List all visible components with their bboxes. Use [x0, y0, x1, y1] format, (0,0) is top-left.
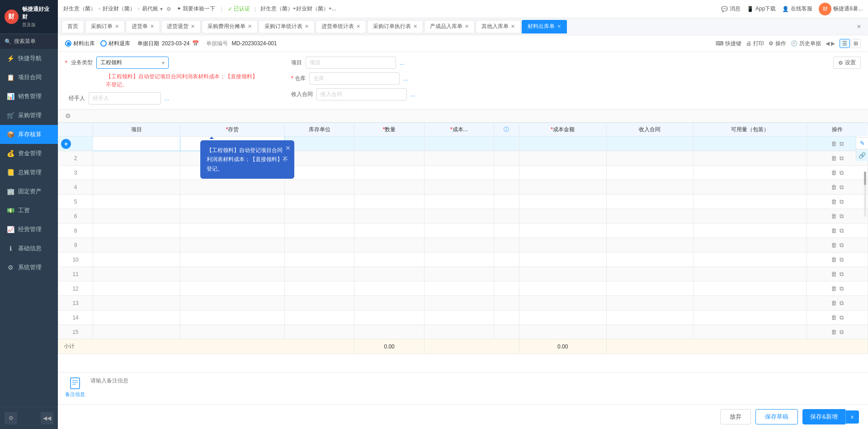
calendar-icon[interactable]: 📅 [192, 40, 199, 47]
history-button[interactable]: 🕘 历史单据 [791, 40, 821, 48]
tabbar-close-all[interactable]: ✕ [854, 21, 864, 32]
delete-row-icon[interactable]: 🗑 [831, 314, 837, 321]
save-new-arrow-button[interactable]: ∧ [845, 410, 859, 424]
income-contract-more-button[interactable]: ... [410, 91, 415, 98]
project-more-button[interactable]: ... [400, 60, 404, 66]
copy-row-icon[interactable]: ⧉ [840, 271, 844, 278]
delete-row-icon[interactable]: 🗑 [831, 227, 837, 234]
print-button[interactable]: 🖨 打印 [746, 40, 764, 48]
delete-row-icon[interactable]: 🗑 [831, 184, 837, 191]
topbar-good-business[interactable]: 好生意（菌） [63, 5, 96, 13]
tab-purchase-stats-close[interactable]: ✕ [305, 24, 309, 29]
tab-purchase-expense[interactable]: 采购费用分摊单 ✕ [202, 20, 258, 33]
delete-row-icon[interactable]: 🗑 [831, 300, 837, 306]
warehouse-input[interactable]: 仓库 [309, 72, 400, 85]
online-service-button[interactable]: 👤 在线客服 [782, 5, 812, 13]
copy-row-icon[interactable]: ⧉ [840, 155, 844, 162]
prev-button[interactable]: ◀ [826, 40, 830, 47]
topbar-combined[interactable]: 好生意（菌）+好业财（菌）+... [260, 5, 336, 13]
tab-purchase-goods-close[interactable]: ✕ [150, 24, 154, 29]
handler-more-button[interactable]: ... [165, 95, 169, 102]
copy-row-icon[interactable]: ⧉ [840, 285, 844, 292]
sidebar-item-sales[interactable]: 📊 销售管理 [0, 87, 58, 106]
warehouse-more-button[interactable]: ... [403, 76, 408, 82]
copy-row-icon[interactable]: ⧉ [840, 184, 844, 191]
table-gear-icon[interactable]: ⚙ [65, 112, 71, 119]
row-project-cell[interactable] [93, 137, 180, 151]
delete-row-icon[interactable]: 🗑 [831, 242, 837, 248]
sidebar-item-finance[interactable]: 💰 资金管理 [0, 144, 58, 163]
delete-row-icon[interactable]: 🗑 [831, 329, 837, 335]
view-grid-button[interactable]: ⊞ [851, 39, 861, 48]
sidebar-item-inventory[interactable]: 📦 库存核算 [0, 125, 58, 144]
message-button[interactable]: 💬 消息 [721, 5, 741, 13]
save-draft-button[interactable]: 保存草稿 [755, 409, 798, 424]
sidebar-item-project-contract[interactable]: 📋 项目合同 [0, 68, 58, 87]
copy-row-icon[interactable]: ⧉ [840, 198, 844, 205]
app-download-button[interactable]: 📱 App下载 [747, 5, 776, 13]
user-profile[interactable]: 财 畅捷通8暑... [819, 3, 863, 15]
topbar-agent[interactable]: 易代账 [142, 5, 158, 13]
tab-purchase-expense-close[interactable]: ✕ [248, 24, 252, 29]
delete-row-icon[interactable]: 🗑 [831, 140, 837, 147]
add-row-button[interactable]: + [61, 139, 71, 149]
tab-material-out-close[interactable]: ✕ [557, 24, 561, 29]
operation-button[interactable]: ⚙ 操作 [769, 40, 786, 48]
delete-row-icon[interactable]: 🗑 [831, 155, 837, 162]
delete-row-icon[interactable]: 🗑 [831, 256, 837, 263]
sidebar-item-operations[interactable]: 📈 经营管理 [0, 220, 58, 239]
tab-purchase-return-close[interactable]: ✕ [191, 24, 195, 29]
copy-row-icon[interactable]: ⧉ [840, 314, 844, 321]
delete-row-icon[interactable]: 🗑 [831, 285, 837, 292]
topbar-dropdown-arrow[interactable]: ▾ [160, 6, 163, 12]
business-type-select[interactable]: 工程领料 ▾ [96, 57, 169, 69]
table-tool-3[interactable]: 🔗 [856, 149, 868, 161]
tab-other-in-close[interactable]: ✕ [511, 24, 515, 29]
save-new-main-button[interactable]: 保存&新增 [802, 409, 845, 424]
sidebar-item-ledger[interactable]: 📒 总账管理 [0, 163, 58, 182]
tab-goods-stats[interactable]: 进货单统计表 ✕ [316, 20, 366, 33]
copy-row-icon[interactable]: ⧉ [840, 213, 844, 220]
sidebar-item-fixed-assets[interactable]: 🏢 固定资产 [0, 182, 58, 201]
copy-row-icon[interactable]: ⧉ [840, 242, 844, 249]
topbar-settings-icon[interactable]: ⚙ [166, 6, 171, 12]
settings-button[interactable]: ⚙ 设置 [833, 57, 861, 69]
search-menu-item[interactable]: 🔍 搜索菜单 [0, 34, 58, 49]
view-list-button[interactable]: ☰ [840, 39, 850, 48]
copy-row-icon[interactable]: ⧉ [840, 140, 844, 148]
copy-row-icon[interactable]: ⧉ [840, 227, 844, 234]
sidebar-item-basic-info[interactable]: ℹ 基础信息 [0, 239, 58, 258]
tab-home[interactable]: 首页 [61, 20, 84, 33]
tab-purchase-order[interactable]: 采购订单 ✕ [85, 20, 125, 33]
tab-product-in[interactable]: 产成品入库单 ✕ [424, 20, 475, 33]
copy-row-icon[interactable]: ⧉ [840, 329, 844, 336]
table-scroll-area[interactable]: 项目 *存货 库存单位 *数量 *成本... ⓘ *成本金额 收入合同 可用量（… [58, 123, 868, 354]
collapse-button[interactable]: ◀◀ [41, 412, 53, 424]
tab-goods-stats-close[interactable]: ✕ [356, 24, 360, 29]
tooltip-close-button[interactable]: ✕ [285, 143, 291, 154]
settings-button[interactable]: ⚙ [5, 412, 17, 424]
sidebar-item-wages[interactable]: 💵 工资 [0, 201, 58, 220]
delete-row-icon[interactable]: 🗑 [831, 213, 837, 219]
tab-product-in-close[interactable]: ✕ [465, 24, 469, 29]
tab-purchase-goods[interactable]: 进货单 ✕ [126, 20, 160, 33]
copy-row-icon[interactable]: ⧉ [840, 169, 844, 176]
date-value[interactable]: 2023-03-24 [162, 40, 189, 47]
shortcut-button[interactable]: ⌨ 快捷键 [716, 40, 741, 48]
topbar-trial[interactable]: ✦ 我要体验一下 [177, 5, 215, 13]
next-button[interactable]: ▶ [831, 40, 835, 47]
tab-purchase-return[interactable]: 进货退货 ✕ [161, 20, 201, 33]
copy-row-icon[interactable]: ⧉ [840, 300, 844, 307]
sidebar-item-system[interactable]: ⚙ 系统管理 [0, 258, 58, 277]
discard-button[interactable]: 放弃 [720, 409, 751, 424]
remark-textarea[interactable] [90, 377, 861, 400]
delete-row-icon[interactable]: 🗑 [831, 198, 837, 205]
tab-purchase-exec-close[interactable]: ✕ [413, 24, 417, 29]
sidebar-item-purchase[interactable]: 🛒 采购管理 [0, 106, 58, 125]
tab-other-in[interactable]: 其他入库单 ✕ [476, 20, 521, 33]
table-tool-2[interactable]: ✎ [856, 138, 868, 149]
income-contract-input[interactable]: 收入合同 [316, 88, 407, 100]
scrollbar-track[interactable] [864, 172, 866, 217]
topbar-good-finance[interactable]: 好业财（菌） [103, 5, 135, 13]
copy-row-icon[interactable]: ⧉ [840, 256, 844, 263]
